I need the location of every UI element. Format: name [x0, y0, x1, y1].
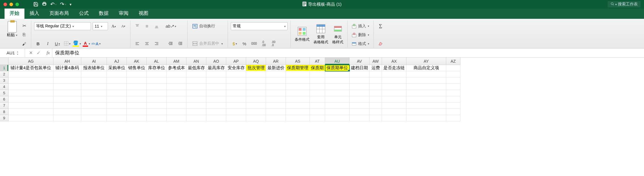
- cell-AS6[interactable]: [286, 96, 310, 103]
- cell-AW8[interactable]: [369, 109, 382, 115]
- column-header-AH[interactable]: AH: [53, 58, 81, 65]
- cell-AI6[interactable]: [81, 96, 107, 103]
- cell-AH7[interactable]: [53, 103, 81, 109]
- column-header-AV[interactable]: AV: [350, 58, 369, 65]
- cell-AZ8[interactable]: [446, 109, 460, 115]
- cell-AP2[interactable]: [226, 71, 246, 77]
- cell-AX6[interactable]: [382, 96, 406, 103]
- row-header-2[interactable]: 2: [0, 71, 9, 77]
- column-header-AM[interactable]: AM: [167, 58, 186, 65]
- cell-AI1[interactable]: 报表辅单位: [81, 65, 107, 71]
- cell-AL9[interactable]: [147, 115, 167, 121]
- cell-AO1[interactable]: 最高库存: [206, 65, 226, 71]
- autosum-button[interactable]: Σ: [377, 22, 385, 30]
- delete-cells-button[interactable]: 删除▾: [350, 31, 371, 39]
- cell-AL2[interactable]: [147, 71, 167, 77]
- bold-button[interactable]: B: [34, 40, 42, 48]
- column-header-AU[interactable]: AU: [325, 58, 350, 65]
- cell-AU2[interactable]: [325, 71, 350, 77]
- cell-AM2[interactable]: [167, 71, 186, 77]
- cell-AR8[interactable]: [266, 109, 286, 115]
- name-box[interactable]: AU1 ▴▾: [0, 48, 25, 57]
- cell-AO4[interactable]: [206, 84, 226, 90]
- cell-AN1[interactable]: 最低库存: [186, 65, 206, 71]
- cell-AR7[interactable]: [266, 103, 286, 109]
- minimize-window-button[interactable]: [9, 3, 13, 6]
- cell-AM8[interactable]: [167, 109, 186, 115]
- italic-button[interactable]: I: [44, 40, 52, 48]
- cell-AX8[interactable]: [382, 109, 406, 115]
- cell-AQ4[interactable]: [246, 84, 266, 90]
- cell-AH8[interactable]: [53, 109, 81, 115]
- cell-AI5[interactable]: [81, 90, 107, 96]
- tab-审阅[interactable]: 审阅: [114, 8, 134, 19]
- wrap-text-button[interactable]: 自动换行: [190, 22, 217, 30]
- maximize-window-button[interactable]: [15, 3, 19, 6]
- cell-AV3[interactable]: [350, 77, 369, 84]
- cell-AM5[interactable]: [167, 90, 186, 96]
- table-format-button[interactable]: 套用 表格格式: [312, 22, 329, 46]
- cell-AW2[interactable]: [369, 71, 382, 77]
- cell-AP7[interactable]: [226, 103, 246, 109]
- cell-AR4[interactable]: [266, 84, 286, 90]
- column-header-AW[interactable]: AW: [369, 58, 382, 65]
- cell-AQ8[interactable]: [246, 109, 266, 115]
- cell-AZ7[interactable]: [446, 103, 460, 109]
- cell-AZ5[interactable]: [446, 90, 460, 96]
- row-header-7[interactable]: 7: [0, 103, 9, 109]
- cell-AV7[interactable]: [350, 103, 369, 109]
- cell-AU8[interactable]: [325, 109, 350, 115]
- column-header-AS[interactable]: AS: [286, 58, 310, 65]
- format-painter-button[interactable]: [20, 40, 28, 48]
- cell-AH6[interactable]: [53, 96, 81, 103]
- cell-AW3[interactable]: [369, 77, 382, 84]
- cell-AZ9[interactable]: [446, 115, 460, 121]
- percent-button[interactable]: %: [240, 40, 248, 48]
- cell-AS3[interactable]: [286, 77, 310, 84]
- cell-AG5[interactable]: [9, 90, 53, 96]
- align-top-button[interactable]: [133, 22, 141, 30]
- qat-customize-icon[interactable]: ▾: [70, 2, 72, 7]
- cell-AG9[interactable]: [9, 115, 53, 121]
- tab-数据[interactable]: 数据: [94, 8, 114, 19]
- cell-AJ9[interactable]: [107, 115, 127, 121]
- cell-AT4[interactable]: [310, 84, 325, 90]
- font-size-combo[interactable]: 11▾: [93, 22, 108, 30]
- cell-AI7[interactable]: [81, 103, 107, 109]
- cell-AS9[interactable]: [286, 115, 310, 121]
- search-box[interactable]: ▾ 搜索工作表: [608, 1, 641, 7]
- cell-AI2[interactable]: [81, 71, 107, 77]
- cell-AK9[interactable]: [127, 115, 147, 121]
- align-center-button[interactable]: [143, 40, 151, 48]
- enter-formula-button[interactable]: ✓: [37, 50, 40, 56]
- decrease-indent-button[interactable]: [167, 40, 175, 48]
- cell-AV6[interactable]: [350, 96, 369, 103]
- cell-AT1[interactable]: 保质期: [310, 65, 325, 71]
- cell-AN8[interactable]: [186, 109, 206, 115]
- cell-AG6[interactable]: [9, 96, 53, 103]
- cell-AJ1[interactable]: 采购单位: [107, 65, 127, 71]
- decrease-decimal-button[interactable]: .00.0: [269, 40, 277, 48]
- cell-AQ6[interactable]: [246, 96, 266, 103]
- cell-AI3[interactable]: [81, 77, 107, 84]
- cell-AT6[interactable]: [310, 96, 325, 103]
- cell-AU7[interactable]: [325, 103, 350, 109]
- cell-AY4[interactable]: [406, 84, 446, 90]
- tab-页面布局[interactable]: 页面布局: [44, 8, 74, 19]
- font-name-combo[interactable]: 等线 Regular (正文)▾: [34, 22, 91, 30]
- column-header-AT[interactable]: AT: [310, 58, 325, 65]
- column-header-AK[interactable]: AK: [127, 58, 147, 65]
- cancel-formula-button[interactable]: ✕: [29, 50, 33, 56]
- cell-AU9[interactable]: [325, 115, 350, 121]
- column-header-AJ[interactable]: AJ: [107, 58, 127, 65]
- cell-AY8[interactable]: [406, 109, 446, 115]
- cell-AX1[interactable]: 是否走冻链: [382, 65, 406, 71]
- cell-AJ8[interactable]: [107, 109, 127, 115]
- cell-AU1[interactable]: 保质期单位: [325, 65, 350, 71]
- insert-cells-button[interactable]: 插入▾: [350, 22, 371, 30]
- cell-AU6[interactable]: [325, 96, 350, 103]
- number-format-combo[interactable]: 常规▾: [231, 22, 288, 30]
- cell-AH4[interactable]: [53, 84, 81, 90]
- cell-AV2[interactable]: [350, 71, 369, 77]
- cell-AY2[interactable]: [406, 71, 446, 77]
